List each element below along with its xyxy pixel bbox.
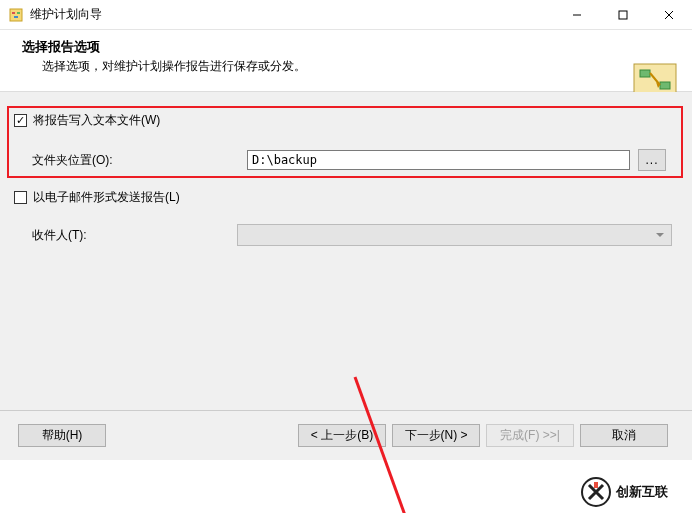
window-controls	[554, 0, 692, 29]
svg-rect-5	[619, 11, 627, 19]
window-title: 维护计划向导	[30, 6, 554, 23]
wizard-header: 选择报告选项 选择选项，对维护计划操作报告进行保存或分发。	[0, 30, 692, 92]
app-icon	[8, 7, 24, 23]
browse-button[interactable]: ...	[638, 149, 666, 171]
close-button[interactable]	[646, 0, 692, 29]
svg-rect-10	[660, 82, 670, 89]
email-row: 以电子邮件形式发送报告(L)	[0, 175, 692, 210]
recipient-dropdown[interactable]	[237, 224, 672, 246]
svg-rect-9	[640, 70, 650, 77]
svg-rect-15	[594, 482, 598, 488]
cancel-button[interactable]: 取消	[580, 424, 668, 447]
wizard-content: 将报告写入文本文件(W) 文件夹位置(O): ... 以电子邮件形式发送报告(L…	[0, 92, 692, 460]
svg-rect-2	[17, 12, 20, 14]
help-button[interactable]: 帮助(H)	[18, 424, 106, 447]
minimize-button[interactable]	[554, 0, 600, 29]
svg-rect-1	[12, 12, 15, 14]
watermark-logo: 创新互联	[580, 476, 690, 511]
maximize-button[interactable]	[600, 0, 646, 29]
finish-button: 完成(F) >>|	[486, 424, 574, 447]
svg-rect-0	[10, 9, 22, 21]
svg-text:创新互联: 创新互联	[615, 484, 669, 499]
email-checkbox[interactable]	[14, 191, 27, 204]
svg-rect-3	[14, 16, 18, 18]
back-button[interactable]: < 上一步(B)	[298, 424, 386, 447]
write-to-file-row: 将报告写入文本文件(W)	[0, 92, 692, 133]
recipient-row: 收件人(T):	[0, 220, 692, 250]
wizard-buttons: 帮助(H) < 上一步(B) 下一步(N) > 完成(F) >>| 取消	[0, 410, 692, 460]
write-to-file-checkbox[interactable]	[14, 114, 27, 127]
folder-label: 文件夹位置(O):	[32, 152, 247, 169]
email-label: 以电子邮件形式发送报告(L)	[33, 189, 180, 206]
page-title: 选择报告选项	[22, 38, 670, 56]
folder-row: 文件夹位置(O): ...	[0, 145, 692, 175]
folder-input[interactable]	[247, 150, 630, 170]
titlebar: 维护计划向导	[0, 0, 692, 30]
next-button[interactable]: 下一步(N) >	[392, 424, 480, 447]
write-to-file-label: 将报告写入文本文件(W)	[33, 112, 160, 129]
recipient-label: 收件人(T):	[32, 227, 237, 244]
page-subtitle: 选择选项，对维护计划操作报告进行保存或分发。	[42, 58, 670, 75]
